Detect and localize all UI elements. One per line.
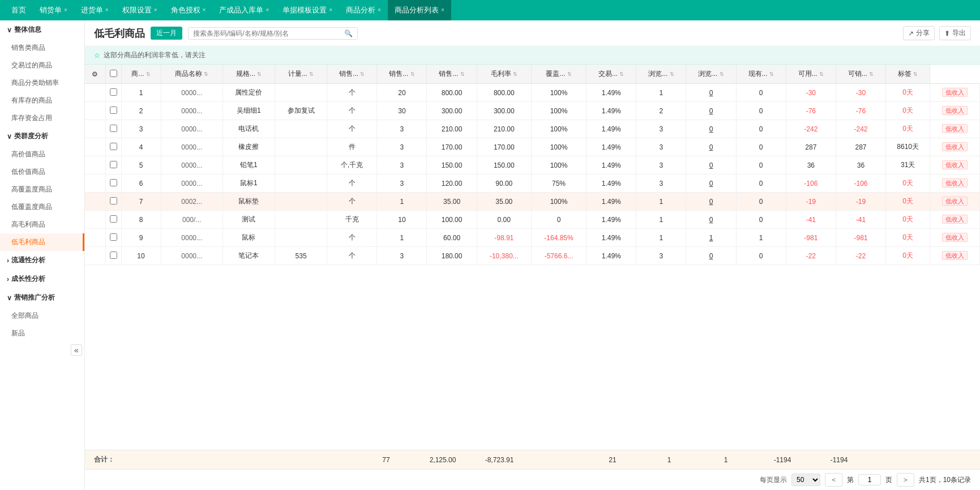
nav-close-purchase[interactable]: × — [105, 0, 109, 20]
cell-available-stock: -41 — [836, 211, 885, 229]
nav-close-analysis[interactable]: × — [378, 0, 381, 20]
sidebar-group-growth[interactable]: › 成长性分析 — [0, 270, 84, 288]
col-gross-margin[interactable]: 毛利率 ⇅ — [477, 65, 531, 84]
col-sales-profit[interactable]: 销售... ⇅ — [427, 65, 477, 84]
cell-code: 0002... — [161, 193, 222, 211]
nav-close-analysis-list[interactable]: × — [441, 0, 444, 20]
col-spec[interactable]: 规格... ⇅ — [222, 65, 275, 84]
nav-product-analysis[interactable]: 商品分析 × — [339, 0, 388, 20]
next-page-btn[interactable]: ＞ — [897, 473, 914, 487]
nav-purchase-order[interactable]: 进货单 × — [74, 0, 115, 20]
sidebar-item-low-value[interactable]: 低价值商品 — [0, 163, 84, 181]
search-input[interactable] — [193, 29, 342, 37]
nav-close-template[interactable]: × — [329, 0, 332, 20]
sidebar-item-high-coverage[interactable]: 高覆盖度商品 — [0, 181, 84, 198]
col-settings[interactable]: ⚙ — [85, 65, 105, 84]
col-coverage[interactable]: 覆盖... ⇅ — [531, 65, 586, 84]
sidebar-group-circulation[interactable]: › 流通性分析 — [0, 251, 84, 270]
row-checkbox[interactable] — [110, 233, 117, 241]
row-checkbox[interactable] — [110, 252, 117, 259]
nav-template-settings[interactable]: 单据模板设置 × — [276, 0, 339, 20]
nav-sales-order[interactable]: 销货单 × — [33, 0, 74, 20]
share-icon: ↗ — [908, 29, 914, 37]
nav-role-auth[interactable]: 角色授权 × — [164, 0, 213, 20]
col-unit[interactable]: 计量... ⇅ — [275, 65, 327, 84]
cell-views2: 0 — [736, 102, 786, 120]
cell-sales-qty: 10 — [377, 211, 427, 229]
col-name[interactable]: 商品名称 ⇅ — [161, 65, 222, 84]
sidebar-group-cluster[interactable]: ∨ 类群度分析 — [0, 127, 84, 146]
cell-views2: 0 — [736, 247, 786, 265]
cell-no: 1 — [121, 84, 161, 102]
nav-close-permissions[interactable]: × — [154, 0, 157, 20]
col-trade-count[interactable]: 交易... ⇅ — [587, 65, 636, 84]
cell-spec: 535 — [275, 247, 327, 265]
col-tag[interactable]: 标签 ⇅ — [886, 65, 930, 84]
sidebar-item-all-products[interactable]: 全部商品 — [0, 307, 84, 325]
sidebar-item-stock-capital[interactable]: 库存资金占用 — [0, 109, 84, 127]
sidebar-item-category-rate[interactable]: 商品分类助销率 — [0, 74, 84, 92]
col-sales-amount[interactable]: 销售... ⇅ — [377, 65, 427, 84]
nav-home[interactable]: 首页 — [5, 0, 33, 20]
sidebar-item-in-stock[interactable]: 有库存的商品 — [0, 92, 84, 109]
nav-close-product[interactable]: × — [266, 0, 269, 20]
cell-unit: 件 — [327, 138, 377, 156]
row-checkbox[interactable] — [110, 161, 117, 168]
nav-permissions[interactable]: 权限设置 × — [115, 0, 164, 20]
row-checkbox[interactable] — [110, 143, 117, 150]
nav-product-storage[interactable]: 产成品入库单 × — [212, 0, 276, 20]
filter-btn[interactable]: 近一月 — [151, 27, 182, 40]
cell-trade-count: 1 — [636, 193, 686, 211]
cell-sales-profit: -98.91 — [477, 229, 531, 247]
col-available-stock[interactable]: 可用... ⇅ — [786, 65, 836, 84]
select-all-checkbox[interactable] — [110, 70, 117, 77]
page-number-input[interactable] — [858, 474, 881, 485]
nav-close-sales[interactable]: × — [64, 0, 67, 20]
sidebar-item-high-margin[interactable]: 高毛利商品 — [0, 216, 84, 233]
cell-saleable-days: 0天 — [886, 247, 930, 265]
sidebar-item-sales-products[interactable]: 销售类商品 — [0, 39, 84, 57]
cell-unit: 个 — [327, 174, 377, 193]
sidebar-item-high-value[interactable]: 高价值商品 — [0, 146, 84, 163]
export-button[interactable]: ⬆ 导出 — [939, 26, 971, 40]
cell-available-stock: 36 — [836, 156, 885, 174]
sidebar-group-overall[interactable]: ∨ 整体信息 — [0, 20, 84, 39]
col-sales-qty[interactable]: 销售... ⇅ — [327, 65, 377, 84]
share-button[interactable]: ↗ 分享 — [903, 26, 935, 40]
col-saleable-days[interactable]: 可销... ⇅ — [836, 65, 885, 84]
cell-sales-profit: 35.00 — [477, 193, 531, 211]
col-code[interactable]: 商... ⇅ — [121, 65, 161, 84]
nav-product-analysis-list[interactable]: 商品分析列表 × — [388, 0, 451, 20]
table-footer: 合计： 77 2,125.00 -8,723.91 21 1 1 -1194 -… — [85, 450, 980, 469]
row-checkbox[interactable] — [110, 106, 117, 114]
prev-page-btn[interactable]: ＜ — [825, 473, 842, 487]
sidebar-item-new-products[interactable]: 新品 — [0, 325, 84, 342]
cell-trade-count: 1 — [636, 84, 686, 102]
sidebar-item-low-margin[interactable]: 低毛利商品 — [0, 233, 84, 251]
cell-sales-amount: 35.00 — [427, 193, 477, 211]
row-checkbox[interactable] — [110, 179, 117, 186]
row-checkbox[interactable] — [110, 215, 117, 223]
cell-trade-count: 1 — [636, 211, 686, 229]
row-checkbox[interactable] — [110, 88, 117, 96]
col-current-stock[interactable]: 现有... ⇅ — [736, 65, 786, 84]
cell-saleable-days: 0天 — [886, 84, 930, 102]
cell-sales-qty: 3 — [377, 247, 427, 265]
export-icon: ⬆ — [944, 29, 950, 37]
sidebar-group-marketing[interactable]: ∨ 营销推广分析 — [0, 288, 84, 307]
col-views1[interactable]: 浏览... ⇅ — [636, 65, 686, 84]
top-nav: 首页 销货单 × 进货单 × 权限设置 × 角色授权 × 产成品入库单 × 单据… — [0, 0, 980, 20]
cell-sales-profit: 150.00 — [477, 156, 531, 174]
sidebar-item-traded-products[interactable]: 交易过的商品 — [0, 57, 84, 74]
page-size-select[interactable]: 10 20 50 100 — [791, 474, 820, 486]
col-views2[interactable]: 浏览... ⇅ — [686, 65, 736, 84]
nav-close-role[interactable]: × — [203, 0, 206, 20]
search-icon[interactable]: 🔍 — [344, 29, 353, 37]
sidebar-item-low-coverage[interactable]: 低覆盖度商品 — [0, 198, 84, 216]
row-checkbox[interactable] — [110, 197, 117, 204]
cell-gross-margin: 100% — [531, 138, 586, 156]
row-checkbox[interactable] — [110, 125, 117, 132]
cell-unit: 个,千克 — [327, 156, 377, 174]
cell-gross-margin: 0 — [531, 211, 586, 229]
sidebar-collapse-btn[interactable]: « — [71, 344, 82, 356]
